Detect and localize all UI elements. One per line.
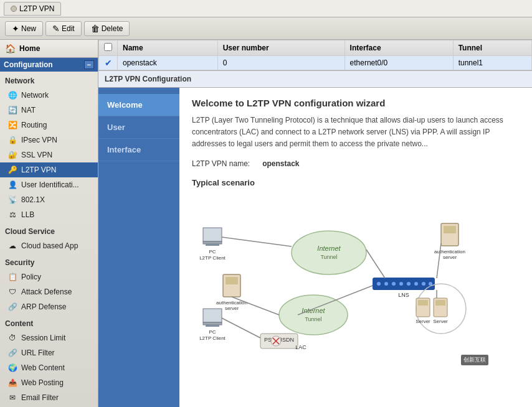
vpn-name-value: openstack: [262, 159, 299, 168]
top-tab-bar: L2TP VPN: [0, 0, 532, 17]
section-cloud-header: Cloud Service: [0, 225, 98, 238]
tab-dot: [11, 6, 17, 12]
svg-text:Internet: Internet: [317, 245, 341, 252]
sidebar-item-ssl[interactable]: 🔐 SSL VPN: [0, 147, 98, 162]
home-icon: 🏠: [5, 44, 16, 54]
section-content-header: Content: [0, 317, 98, 330]
sidebar-item-attack-label: Attack Defense: [21, 288, 72, 296]
session-icon: ⏱: [7, 333, 17, 343]
config-panel-header: L2TP VPN Configuration: [98, 71, 532, 88]
svg-text:L2TP Client: L2TP Client: [199, 255, 226, 261]
row-name: openstack: [118, 56, 218, 70]
sidebar-item-cloud[interactable]: ☁ Cloud based App: [0, 238, 98, 253]
svg-rect-9: [206, 244, 219, 246]
arp-icon: 🔗: [7, 302, 17, 312]
toolbar: ✦ New ✎ Edit 🗑 Delete: [0, 17, 532, 40]
config-label: Configuration: [4, 60, 53, 69]
wizard-container: Welcome User Interface Welcome to L2TP V…: [98, 88, 532, 407]
select-all-checkbox[interactable]: [104, 43, 112, 51]
table-container: Name User number Interface Tunnel ✔ open…: [98, 40, 532, 71]
home-button[interactable]: 🏠 Home: [0, 40, 98, 58]
cloud-icon: ☁: [7, 241, 17, 251]
delete-label: Delete: [102, 24, 123, 33]
tab-label: L2TP VPN: [19, 4, 54, 13]
sidebar-item-url-label: URL Filter: [21, 349, 55, 357]
policy-icon: 📋: [7, 272, 17, 282]
edit-icon: ✎: [52, 24, 60, 34]
sidebar-item-attack[interactable]: 🛡 Attack Defense: [0, 284, 98, 299]
wizard-step-interface[interactable]: Interface: [98, 139, 179, 161]
svg-rect-39: [206, 325, 219, 327]
wizard-content: Welcome to L2TP VPN configuration wizard…: [179, 88, 532, 407]
content-area: Name User number Interface Tunnel ✔ open…: [98, 40, 532, 407]
svg-text:L2TP Client: L2TP Client: [199, 335, 226, 341]
svg-rect-7: [203, 228, 222, 241]
routing-icon: 🔀: [7, 120, 17, 130]
sidebar-item-email[interactable]: ✉ Email Filter: [0, 390, 98, 405]
sidebar-item-routing[interactable]: 🔀 Routing: [0, 118, 98, 133]
sidebar-item-policy[interactable]: 📋 Policy: [0, 269, 98, 284]
sidebar-item-url[interactable]: 🔗 URL Filter: [0, 345, 98, 360]
network-icon: 🌐: [7, 90, 17, 100]
sidebar-item-routing-label: Routing: [21, 121, 47, 129]
new-icon: ✦: [12, 24, 19, 34]
sidebar-item-web[interactable]: 🌍 Web Content: [0, 360, 98, 375]
sidebar-item-nat[interactable]: 🔄 NAT: [0, 103, 98, 118]
vpn-name-label: L2TP VPN name:: [192, 159, 250, 168]
sidebar-item-llb[interactable]: ⚖ LLB: [0, 207, 98, 222]
sidebar-item-l2tp[interactable]: 🔑 L2TP VPN: [0, 162, 98, 177]
sidebar-item-arp[interactable]: 🔗 ARP Defense: [0, 299, 98, 314]
sidebar-item-user-id[interactable]: 👤 User Identificati...: [0, 177, 98, 192]
home-label: Home: [19, 44, 40, 53]
ipsec-icon: 🔒: [7, 135, 17, 145]
sidebar-item-arp-label: ARP Defense: [21, 302, 67, 311]
wizard-step-user[interactable]: User: [98, 116, 179, 139]
config-panel-label: L2TP VPN Configuration: [105, 75, 191, 83]
l2tp-vpn-tab[interactable]: L2TP VPN: [4, 2, 61, 16]
delete-icon: 🗑: [91, 24, 100, 34]
wizard-nav: Welcome User Interface: [98, 88, 179, 407]
table-row[interactable]: ✔ openstack 0 ethernet0/0 tunnel1: [99, 56, 532, 70]
sidebar-item-network[interactable]: 🌐 Network: [0, 88, 98, 103]
delete-button[interactable]: 🗑 Delete: [84, 21, 130, 36]
user-id-icon: 👤: [7, 180, 17, 190]
section-security-header: Security: [0, 256, 98, 269]
url-icon: 🔗: [7, 348, 17, 358]
data-table: Name User number Interface Tunnel ✔ open…: [98, 40, 532, 70]
new-label: New: [21, 24, 36, 33]
sidebar-item-8021x[interactable]: 📡 802.1X: [0, 192, 98, 207]
diagram: Internet Tunnel Internet Tunnel PC L2TP …: [192, 194, 491, 368]
row-user-number: 0: [217, 56, 344, 70]
col-tunnel: Tunnel: [453, 40, 531, 56]
sidebar-item-8021x-label: 802.1X: [21, 195, 45, 204]
wizard-step-welcome[interactable]: Welcome: [98, 94, 179, 116]
sidebar-item-llb-label: LLB: [21, 210, 34, 219]
llb-icon: ⚖: [7, 210, 17, 220]
sidebar-item-ipsec[interactable]: 🔒 IPsec VPN: [0, 133, 98, 147]
svg-text:Server: Server: [416, 319, 430, 324]
email-icon: ✉: [7, 393, 17, 403]
config-collapse-button[interactable]: −: [84, 60, 94, 69]
new-button[interactable]: ✦ New: [5, 21, 43, 36]
svg-rect-49: [226, 277, 238, 284]
sidebar-item-policy-label: Policy: [21, 273, 41, 281]
svg-text:authentication: authentication: [434, 249, 465, 255]
web-icon: 🌍: [7, 363, 17, 373]
sidebar-item-cloud-label: Cloud based App: [21, 241, 78, 250]
col-name: Name: [118, 40, 218, 56]
sidebar-item-web-label: Web Content: [21, 363, 65, 372]
svg-text:Internet: Internet: [302, 307, 325, 314]
sidebar: 🏠 Home Configuration − Network 🌐 Network…: [0, 40, 98, 407]
config-header: Configuration −: [0, 58, 98, 72]
edit-button[interactable]: ✎ Edit: [45, 21, 82, 36]
sidebar-item-ssl-label: SSL VPN: [21, 151, 52, 159]
row-checkbox-cell: ✔: [99, 56, 118, 70]
svg-rect-34: [435, 300, 445, 306]
svg-point-20: [422, 282, 425, 286]
sidebar-item-webpost[interactable]: 📤 Web Posting: [0, 375, 98, 390]
svg-point-14: [377, 282, 381, 286]
svg-text:PC: PC: [209, 249, 216, 255]
scenario-title: Typical scenario: [192, 178, 520, 187]
svg-text:LAC: LAC: [295, 344, 306, 350]
sidebar-item-session[interactable]: ⏱ Session Limit: [0, 330, 98, 345]
